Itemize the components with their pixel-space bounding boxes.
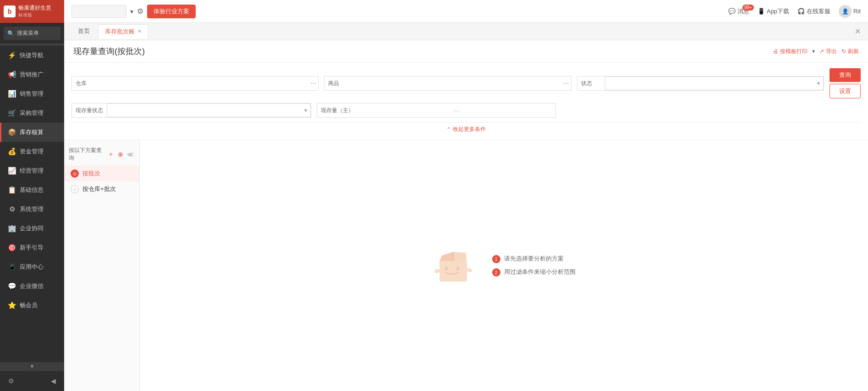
- panel-close-button[interactable]: ✕: [855, 27, 861, 36]
- stock-qty-label: 现存量（主）: [317, 107, 357, 114]
- newbie-icon: 🎯: [8, 244, 16, 252]
- stock-qty-max-input[interactable]: [461, 103, 555, 117]
- sidebar-item-newbie[interactable]: 🎯 新手引导: [0, 238, 64, 257]
- warehouse-more-button[interactable]: ···: [308, 79, 318, 87]
- sidebar-item-label: 新手引导: [20, 244, 44, 252]
- status-select[interactable]: [605, 76, 824, 90]
- tip-number-2: 2: [492, 268, 500, 277]
- warehouse-input[interactable]: [99, 76, 308, 90]
- sidebar-item-label: 经营管理: [20, 167, 44, 175]
- sidebar-item-basics[interactable]: 📋 基础信息: [0, 180, 64, 200]
- tab-inventory-batch[interactable]: 库存批次账 ✕: [98, 24, 148, 39]
- print-dropdown-button[interactable]: ▾: [812, 48, 815, 54]
- sidebar-item-label: 采购管理: [20, 109, 44, 117]
- sidebar-item-enterprise[interactable]: 🏢 企业协同: [0, 219, 64, 238]
- goods-more-button[interactable]: ···: [561, 79, 571, 87]
- sidebar-item-appstore[interactable]: 📱 应用中心: [0, 257, 64, 277]
- goods-label: 商品: [324, 80, 352, 87]
- sidebar-settings-button[interactable]: ⚙: [6, 375, 16, 386]
- print-icon: 🖨: [773, 48, 778, 54]
- message-icon: 💬: [728, 8, 736, 15]
- online-service-button[interactable]: 🎧 在线客服: [797, 7, 830, 16]
- scheme-item-by-warehouse-batch[interactable]: ○ 按仓库+批次: [64, 181, 139, 197]
- sidebar-item-label: 企业微信: [20, 282, 44, 290]
- topbar-dropdown-button[interactable]: ▾: [130, 8, 133, 15]
- sidebar-scroll-down[interactable]: ▼: [0, 362, 64, 370]
- search-menu-button[interactable]: 🔍 搜索菜单: [4, 27, 60, 40]
- scheme-label-by-warehouse-batch: 按仓库+批次: [82, 185, 116, 193]
- scheme-label: 按以下方案查询: [69, 147, 107, 162]
- sidebar-item-wechat[interactable]: 💬 企业微信: [0, 277, 64, 296]
- sidebar-collapse-button[interactable]: ◀: [49, 375, 58, 386]
- sidebar-search-area: 🔍 搜索菜单: [0, 23, 64, 44]
- collapse-left-panel-button[interactable]: ≪: [126, 150, 135, 159]
- scheme-label-by-batch: 按批次: [82, 169, 100, 178]
- page-actions: 🖨 按模板打印 ▾ ↗ 导出 ↻ 刷新: [773, 48, 859, 55]
- topbar-left: ▾ ⚙ 体验行业方案: [71, 5, 723, 18]
- refresh-button[interactable]: ↻ 刷新: [841, 48, 859, 55]
- phone-icon: 📱: [758, 8, 765, 15]
- topbar-gear-button[interactable]: ⚙: [137, 7, 143, 16]
- empty-state: 1 请先选择要分析的方案 2 用过滤条件来缩小分析范围: [140, 140, 868, 391]
- refresh-icon: ↻: [841, 48, 846, 54]
- app-edition: 标准版: [18, 12, 51, 18]
- scheme-active-icon: ⊙: [71, 169, 79, 178]
- empty-tip-1: 1 请先选择要分析的方案: [492, 255, 576, 263]
- shortcut-icon: ⚡: [8, 51, 16, 60]
- system-icon: ⚙: [8, 205, 16, 213]
- sidebar-item-label: 应用中心: [20, 263, 44, 271]
- stock-qty-min-input[interactable]: [357, 103, 451, 117]
- sidebar-item-operation[interactable]: 📈 经营管理: [0, 161, 64, 180]
- goods-input[interactable]: [352, 76, 561, 90]
- svg-marker-2: [453, 252, 467, 261]
- right-panel: 1 请先选择要分析的方案 2 用过滤条件来缩小分析范围: [140, 140, 868, 391]
- tab-home[interactable]: 首页: [71, 24, 96, 39]
- messages-button[interactable]: 💬 消息 99+: [728, 7, 749, 16]
- sidebar-item-label: 畅会员: [20, 301, 38, 310]
- query-button[interactable]: 查询: [830, 68, 861, 82]
- range-divider: —: [451, 107, 461, 114]
- marketing-icon: 📢: [8, 71, 16, 79]
- app-download-button[interactable]: 📱 App下载: [758, 7, 789, 16]
- topbar-search-input[interactable]: [71, 5, 126, 18]
- sidebar-item-shortcut[interactable]: ⚡ 快捷导航: [0, 46, 64, 65]
- tab-close-button[interactable]: ✕: [137, 28, 142, 34]
- chevron-up-icon: ⌃: [446, 126, 451, 133]
- scheme-settings-button[interactable]: ⊕: [117, 150, 124, 159]
- empty-state-icon: [433, 243, 478, 288]
- basics-icon: 📋: [8, 186, 16, 194]
- svg-point-5: [456, 267, 459, 270]
- user-avatar-area[interactable]: 👤 Rit: [839, 5, 861, 18]
- export-icon: ↗: [819, 48, 824, 54]
- sidebar-item-sales[interactable]: 📊 销售管理: [0, 84, 64, 103]
- sidebar-item-member[interactable]: ⭐ 畅会员: [0, 296, 64, 315]
- sidebar-item-finance[interactable]: 💰 资金管理: [0, 142, 64, 161]
- search-icon: 🔍: [7, 30, 14, 37]
- body-area: 按以下方案查询 ＋ ⊕ ≪ ⊙ 按批次 ○ 按仓库+批次: [64, 140, 868, 391]
- sidebar-item-label: 企业协同: [20, 224, 44, 233]
- inventory-icon: 📦: [8, 128, 16, 136]
- export-button[interactable]: ↗ 导出: [819, 48, 837, 55]
- sidebar-item-label: 快捷导航: [20, 51, 44, 60]
- print-button[interactable]: 🖨 按模板打印: [773, 48, 808, 55]
- scheme-inactive-icon: ○: [71, 185, 79, 193]
- sidebar-item-label: 销售管理: [20, 90, 44, 98]
- left-panel-actions: ＋ ⊕ ≪: [107, 150, 135, 159]
- sidebar-item-system[interactable]: ⚙ 系统管理: [0, 200, 64, 219]
- scheme-item-by-batch[interactable]: ⊙ 按批次: [64, 166, 139, 181]
- sidebar-item-purchase[interactable]: 🛒 采购管理: [0, 103, 64, 123]
- headset-icon: 🎧: [797, 8, 805, 15]
- page-header: 现存量查询(按批次) 🖨 按模板打印 ▾ ↗ 导出 ↻ 刷新: [64, 40, 868, 63]
- collapse-filter-button[interactable]: ⌃ 收起更多条件: [71, 123, 861, 134]
- operation-icon: 📈: [8, 167, 16, 175]
- trial-button[interactable]: 体验行业方案: [147, 5, 196, 18]
- settings-button[interactable]: 设置: [830, 84, 861, 98]
- add-scheme-button[interactable]: ＋: [107, 150, 115, 159]
- avatar: 👤: [839, 5, 852, 18]
- sidebar-item-inventory[interactable]: 📦 库存核算: [0, 123, 64, 142]
- sidebar-scroll-up[interactable]: ▲: [0, 44, 64, 46]
- stock-status-select[interactable]: [107, 103, 311, 117]
- tabs-bar: 首页 库存批次账 ✕ ✕: [64, 23, 868, 40]
- sidebar-item-marketing[interactable]: 📢 营销推广: [0, 65, 64, 84]
- svg-marker-1: [439, 252, 453, 261]
